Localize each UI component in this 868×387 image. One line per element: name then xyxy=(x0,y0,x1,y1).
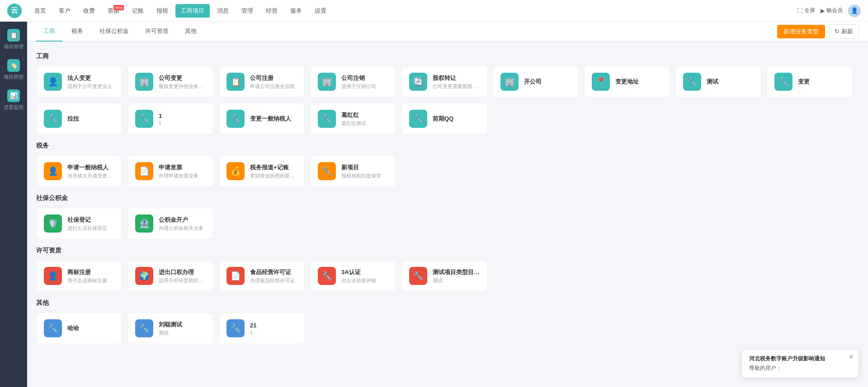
card-text-申请一般纳税人: 申请一般纳税人 当月或次月成变更完成 xyxy=(67,163,114,179)
tab-其他[interactable]: 其他 xyxy=(178,22,204,42)
fullscreen-button[interactable]: ⛶ 全屏 xyxy=(797,7,815,14)
notification-close-button[interactable]: ✕ xyxy=(849,353,854,360)
sidebar-item-项目类型[interactable]: 🏷️ 项目类型 xyxy=(2,56,25,84)
card-desc: 办理食品经营许可证 xyxy=(250,277,297,284)
nav-item-服务[interactable]: 服务 xyxy=(285,4,307,18)
nav-item-工商项目[interactable]: 工商项目 xyxy=(175,4,210,18)
card-法人变更[interactable]: 👤 法人变更 适用于公司变更法人 xyxy=(36,66,122,98)
top-nav: 云 首页客户收费票据new记账报税工商项目消息管理经营服务设置 ⛶ 全屏 ▶ 畅… xyxy=(0,0,868,22)
nav-item-管理[interactable]: 管理 xyxy=(236,4,259,18)
sidebar-label: 进度监控 xyxy=(4,104,24,111)
card-text-商标注册: 商标注册 用于企业商标注册服务 xyxy=(67,268,114,284)
card-title: 1 xyxy=(159,112,206,119)
cards-grid-许可资质: 👤 商标注册 用于企业商标注册服务 🌍 进出口权办理 适用于对外贸易经营者 📄 … xyxy=(36,260,859,292)
card-股权转让[interactable]: 🔄 股权转让 公司变更需要股权转让 xyxy=(401,66,487,98)
avatar[interactable]: 👤 xyxy=(848,5,861,17)
card-title: 食品经营许可证 xyxy=(250,268,297,276)
card-text-股权转让: 股权转让 公司变更需要股权转让 xyxy=(433,74,480,90)
card-text-21: 21 1 xyxy=(250,322,297,335)
card-测试项目类型目定义[interactable]: 🔧 测试项目类型目定义 测试 xyxy=(401,260,487,292)
card-icon-变更: 🔧 xyxy=(774,73,793,91)
card-text-变更地址: 变更地址 xyxy=(615,78,662,86)
nav-item-报税[interactable]: 报税 xyxy=(151,4,174,18)
sidebar-item-项目管理[interactable]: 📋 项目管理 xyxy=(2,25,25,54)
card-税务报道+记账[interactable]: 💰 税务报道+记账 拿到营业执照的新公司 xyxy=(219,155,305,187)
nav-item-设置[interactable]: 设置 xyxy=(309,4,332,18)
card-text-公司变更: 公司变更 股权变更外的业务变更 xyxy=(159,74,206,90)
card-申请发票[interactable]: 📄 申请发票 办理申请发票业务 xyxy=(127,155,213,187)
card-desc: 适用于公司变更法人 xyxy=(67,83,114,90)
card-title: 公司变更 xyxy=(159,74,206,82)
card-公司注册[interactable]: 📋 公司注册 申请公司注册全流程 xyxy=(219,66,305,98)
notification-panel: ✕ 河北税务数字账户升级影响通知 尊敬的用户： xyxy=(741,349,859,378)
card-进出口权办理[interactable]: 🌍 进出口权办理 适用于对外贸易经营者 xyxy=(127,260,213,292)
card-公积金开户[interactable]: 🏦 公积金开户 办理公积金相关业务 xyxy=(127,208,213,239)
member-button[interactable]: ▶ 畅会员 xyxy=(821,7,843,14)
tab-社保公积金[interactable]: 社保公积金 xyxy=(92,22,136,42)
sidebar-icon: 🏷️ xyxy=(7,59,20,72)
card-desc: 用于企业商标注册服务 xyxy=(67,277,114,284)
card-text-刘聪测试: 刘聪测试 测试 xyxy=(159,321,206,336)
card-公司变更[interactable]: 🏢 公司变更 股权变更外的业务变更 xyxy=(127,66,213,98)
section-title-许可资质: 许可资质 xyxy=(36,247,859,255)
card-变更地址[interactable]: 📍 变更地址 xyxy=(584,66,670,98)
card-社保登记[interactable]: 🛡️ 社保登记 进行人员社保登记 xyxy=(36,208,122,239)
card-新项目[interactable]: 🔧 新项目 报税加税控盘保管 xyxy=(310,155,396,187)
card-3A认证[interactable]: 🔧 3A认证 对企业信誉评级 xyxy=(310,260,396,292)
card-title: 申请发票 xyxy=(159,163,206,172)
nav-item-票据[interactable]: 票据new xyxy=(102,4,125,18)
card-title: 测试 xyxy=(707,78,754,86)
content-area: 工商 👤 法人变更 适用于公司变更法人 🏢 公司变更 股权变更外的业务变更 📋 … xyxy=(27,42,868,359)
cards-grid-其他: 🔧 哈哈 🔧 刘聪测试 测试 🔧 21 1 xyxy=(36,312,859,344)
sidebar-label: 项目管理 xyxy=(4,43,24,50)
card-desc: 拿到营业执照的新公司 xyxy=(250,173,297,179)
nav-item-记账[interactable]: 记账 xyxy=(127,4,149,18)
tab-税务[interactable]: 税务 xyxy=(64,22,90,42)
card-text-税务报道+记账: 税务报道+记账 拿到营业执照的新公司 xyxy=(250,163,297,179)
card-拉拉[interactable]: 🔧 拉拉 xyxy=(36,103,122,135)
card-icon-拉拉: 🔧 xyxy=(44,110,62,128)
card-icon-3A认证: 🔧 xyxy=(318,267,336,285)
nav-item-收费[interactable]: 收费 xyxy=(78,4,100,18)
card-变更一般纳税人[interactable]: 🔧 变更一般纳税人 xyxy=(219,103,305,135)
card-text-哈哈: 哈哈 xyxy=(67,324,114,332)
card-商标注册[interactable]: 👤 商标注册 用于企业商标注册服务 xyxy=(36,260,122,292)
tab-许可资质[interactable]: 许可资质 xyxy=(138,22,176,42)
tab-工商[interactable]: 工商 xyxy=(36,22,62,42)
card-text-公司注册: 公司注册 申请公司注册全流程 xyxy=(250,74,297,90)
card-icon-开公司: 🏢 xyxy=(500,73,519,91)
card-1[interactable]: 🔧 1 1 xyxy=(127,103,213,135)
card-食品经营许可证[interactable]: 📄 食品经营许可证 办理食品经营许可证 xyxy=(219,260,305,292)
cards-grid-税务: 👤 申请一般纳税人 当月或次月成变更完成 📄 申请发票 办理申请发票业务 💰 税… xyxy=(36,155,859,187)
card-icon-食品经营许可证: 📄 xyxy=(226,267,245,285)
card-21[interactable]: 🔧 21 1 xyxy=(219,312,305,344)
card-text-变更一般纳税人: 变更一般纳税人 xyxy=(250,115,297,123)
card-title: 进出口权办理 xyxy=(159,268,206,276)
card-葛红红[interactable]: 🔧 葛红红 葛红红测试 xyxy=(310,103,396,135)
card-刘聪测试[interactable]: 🔧 刘聪测试 测试 xyxy=(127,312,213,344)
fullscreen-label: 全屏 xyxy=(804,7,815,14)
card-desc: 适用于对外贸易经营者 xyxy=(159,277,206,284)
nav-item-经营[interactable]: 经营 xyxy=(260,4,283,18)
card-desc: 进行人员社保登记 xyxy=(67,225,114,232)
card-公司注销[interactable]: 🏢 公司注销 适用于注销公司 xyxy=(310,66,396,98)
card-测试[interactable]: 🔧 测试 xyxy=(675,66,761,98)
card-title: 前期QQ xyxy=(433,115,480,123)
card-前期QQ[interactable]: 🔧 前期QQ xyxy=(401,103,487,135)
refresh-button[interactable]: ↻ 刷新 xyxy=(829,24,859,39)
card-哈哈[interactable]: 🔧 哈哈 xyxy=(36,312,122,344)
card-title: 公积金开户 xyxy=(159,216,206,224)
nav-item-客户[interactable]: 客户 xyxy=(53,4,76,18)
nav-item-消息[interactable]: 消息 xyxy=(212,4,234,18)
card-申请一般纳税人[interactable]: 👤 申请一般纳税人 当月或次月成变更完成 xyxy=(36,155,122,187)
card-开公司[interactable]: 🏢 开公司 xyxy=(493,66,579,98)
sidebar-item-进度监控[interactable]: 📊 进度监控 xyxy=(2,86,25,114)
card-text-法人变更: 法人变更 适用于公司变更法人 xyxy=(67,74,114,90)
card-title: 刘聪测试 xyxy=(159,321,206,329)
card-变更[interactable]: 🔧 变更 xyxy=(767,66,853,98)
nav-item-首页[interactable]: 首页 xyxy=(29,4,52,18)
card-text-3A认证: 3A认证 对企业信誉评级 xyxy=(341,268,388,284)
card-icon-股权转让: 🔄 xyxy=(409,73,427,91)
logo[interactable]: 云 xyxy=(7,4,22,18)
new-type-button[interactable]: 新增业务类型 xyxy=(777,25,825,38)
